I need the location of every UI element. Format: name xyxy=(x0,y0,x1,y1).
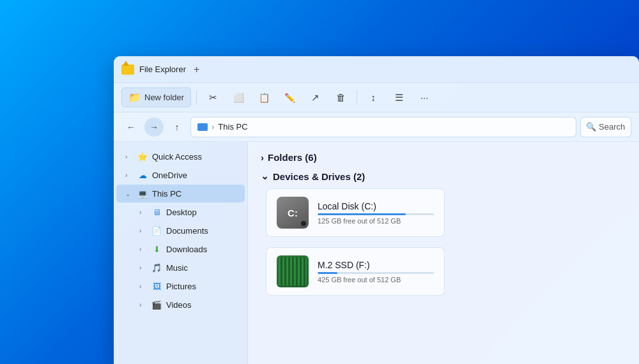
title-bar: File Explorer + xyxy=(114,56,639,83)
share-icon: ↗ xyxy=(311,92,320,103)
new-folder-label: New folder xyxy=(144,93,184,102)
address-text: This PC xyxy=(218,122,247,132)
forward-button[interactable]: → xyxy=(144,118,164,137)
toolbar: 📁 New folder ✂ ⬜ 📋 ✏️ ↗ 🗑 ↕ ☰ ··· xyxy=(114,83,639,112)
chevron-icon: › xyxy=(125,153,133,160)
cut-icon: ✂ xyxy=(209,92,217,103)
cut-button[interactable]: ✂ xyxy=(202,87,224,109)
chevron-icon: › xyxy=(125,172,133,179)
drive-space-text-f: 425 GB free out of 512 GB xyxy=(318,276,434,284)
sidebar-item-documents[interactable]: › 📄 Documents xyxy=(130,222,245,239)
view-icon: ☰ xyxy=(395,92,403,103)
view-button[interactable]: ☰ xyxy=(388,87,410,109)
sidebar-item-music[interactable]: › 🎵 Music xyxy=(130,259,245,277)
back-button[interactable]: ← xyxy=(121,118,141,137)
sidebar-sub-items: › 🖥 Desktop › 📄 Documents › ⬇ Downloads … xyxy=(114,203,247,314)
chevron-icon: › xyxy=(139,246,147,253)
delete-button[interactable]: 🗑 xyxy=(330,87,351,109)
copy-button[interactable]: ⬜ xyxy=(227,87,249,109)
new-folder-icon: 📁 xyxy=(128,91,141,103)
drive-name-c: Local Disk (C:) xyxy=(318,201,434,211)
rename-icon: ✏️ xyxy=(284,93,295,103)
rename-button[interactable]: ✏️ xyxy=(279,87,300,109)
search-box[interactable]: 🔍 Search xyxy=(580,117,631,137)
pictures-icon: 🖼 xyxy=(151,280,162,292)
paste-button[interactable]: 📋 xyxy=(253,87,275,109)
drive-info-f: M.2 SSD (F:) 425 GB free out of 512 GB xyxy=(318,260,434,284)
this-pc-icon: 💻 xyxy=(137,188,148,199)
quick-access-icon: ⭐ xyxy=(137,151,148,162)
drive-space-fill-f xyxy=(318,272,337,274)
drive-letter-c: C: xyxy=(288,208,298,218)
drive-name-f: M.2 SSD (F:) xyxy=(318,260,434,270)
folders-section-header[interactable]: › Folders (6) xyxy=(261,152,626,163)
drive-space-bar-c xyxy=(318,213,434,215)
app-icon xyxy=(121,64,134,75)
drive-icon-m2 xyxy=(277,255,309,287)
videos-icon: 🎬 xyxy=(151,299,162,310)
onedrive-icon: ☁ xyxy=(137,169,148,181)
drive-card-c[interactable]: C: Local Disk (C:) 125 GB free out of 51… xyxy=(266,188,445,237)
sidebar-item-quick-access[interactable]: › ⭐ Quick Access xyxy=(116,148,245,165)
downloads-label: Downloads xyxy=(166,245,207,254)
folders-chevron-right-icon: › xyxy=(261,152,264,163)
drive-icon-c: C: xyxy=(277,197,309,229)
chevron-icon: › xyxy=(139,301,147,308)
desktop-icon: 🖥 xyxy=(151,206,162,218)
this-pc-label: This PC xyxy=(152,189,181,199)
sidebar-item-pictures[interactable]: › 🖼 Pictures xyxy=(130,277,245,295)
more-button[interactable]: ··· xyxy=(413,87,435,109)
sidebar-item-downloads[interactable]: › ⬇ Downloads xyxy=(130,240,245,258)
toolbar-separator-1 xyxy=(196,91,197,105)
sidebar-item-desktop[interactable]: › 🖥 Desktop xyxy=(130,203,245,221)
more-icon: ··· xyxy=(420,92,429,103)
videos-label: Videos xyxy=(166,300,192,310)
sort-icon: ↕ xyxy=(371,92,376,103)
sidebar-item-onedrive[interactable]: › ☁ OneDrive xyxy=(116,166,245,184)
folders-section-label: Folders (6) xyxy=(268,152,317,163)
new-folder-button[interactable]: 📁 New folder xyxy=(121,87,191,107)
sidebar-item-this-pc[interactable]: ⌄ 💻 This PC xyxy=(116,185,245,202)
desktop-label: Desktop xyxy=(166,208,197,217)
quick-access-label: Quick Access xyxy=(152,152,202,162)
drive-space-bar-f xyxy=(318,272,434,274)
drives-chevron-down-icon: ⌄ xyxy=(261,171,269,182)
delete-icon: 🗑 xyxy=(336,92,346,103)
music-label: Music xyxy=(166,263,188,273)
drives-section-label: Devices & Drives (2) xyxy=(273,171,365,182)
main-panel: › Folders (6) ⌄ Devices & Drives (2) C: … xyxy=(248,142,639,364)
sidebar-item-videos[interactable]: › 🎬 Videos xyxy=(130,296,245,314)
drive-space-fill-c xyxy=(318,213,406,215)
pictures-label: Pictures xyxy=(166,282,196,291)
window-title: File Explorer xyxy=(139,64,186,74)
copy-icon: ⬜ xyxy=(233,93,244,103)
downloads-icon: ⬇ xyxy=(151,243,162,255)
search-icon: 🔍 xyxy=(586,122,596,132)
content-area: › ⭐ Quick Access › ☁ OneDrive ⌄ 💻 This P… xyxy=(114,142,639,364)
chevron-icon: › xyxy=(139,209,147,216)
monitor-icon xyxy=(197,123,208,131)
search-label: Search xyxy=(599,122,625,132)
drive-info-c: Local Disk (C:) 125 GB free out of 512 G… xyxy=(318,201,434,225)
chevron-icon: › xyxy=(139,283,147,290)
paste-icon: 📋 xyxy=(259,93,270,103)
back-icon: ← xyxy=(127,122,135,132)
address-bar[interactable]: › This PC xyxy=(190,117,576,137)
sidebar: › ⭐ Quick Access › ☁ OneDrive ⌄ 💻 This P… xyxy=(114,142,248,364)
file-explorer-window: File Explorer + 📁 New folder ✂ ⬜ 📋 ✏️ ↗ … xyxy=(114,56,639,364)
up-icon: ↑ xyxy=(175,122,180,132)
drive-space-text-c: 125 GB free out of 512 GB xyxy=(318,217,434,225)
drives-section-header[interactable]: ⌄ Devices & Drives (2) xyxy=(261,171,626,182)
share-button[interactable]: ↗ xyxy=(304,87,326,109)
up-button[interactable]: ↑ xyxy=(167,118,187,137)
drives-grid: C: Local Disk (C:) 125 GB free out of 51… xyxy=(261,188,626,296)
forward-icon: → xyxy=(150,122,158,132)
sort-button[interactable]: ↕ xyxy=(362,87,384,109)
add-tab-button[interactable]: + xyxy=(194,64,199,75)
drive-card-f[interactable]: M.2 SSD (F:) 425 GB free out of 512 GB xyxy=(266,247,445,296)
onedrive-label: OneDrive xyxy=(152,171,187,180)
documents-label: Documents xyxy=(166,226,208,236)
chevron-icon: › xyxy=(139,264,147,271)
chevron-down-icon: ⌄ xyxy=(125,190,133,197)
address-separator: › xyxy=(212,122,214,132)
